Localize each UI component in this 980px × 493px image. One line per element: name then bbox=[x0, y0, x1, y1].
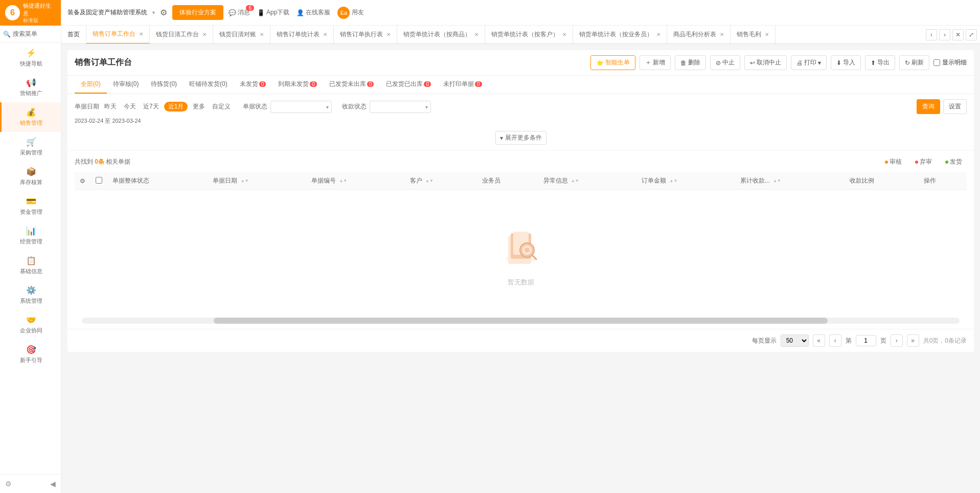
tab-maximize-btn[interactable]: ⤢ bbox=[966, 29, 977, 40]
column-settings-icon[interactable]: ⚙ bbox=[80, 177, 85, 185]
ship-action-btn[interactable]: 发货 bbox=[941, 155, 967, 168]
tab-prev-btn[interactable]: ‹ bbox=[926, 29, 937, 40]
export-btn[interactable]: ⬆ 导出 bbox=[865, 55, 895, 70]
sub-tab-pending-inspect[interactable]: 待拣货(0) bbox=[145, 76, 183, 94]
col-total-received[interactable]: 累计收款... ▲▼ bbox=[735, 172, 845, 190]
tab-close-exec[interactable]: ✕ bbox=[386, 32, 391, 37]
tab-close-profit[interactable]: ✕ bbox=[765, 32, 769, 37]
status-select[interactable] bbox=[270, 101, 332, 113]
date-opt-1month[interactable]: 近1月 bbox=[164, 102, 188, 111]
user-btn[interactable]: Ea 用友 bbox=[337, 7, 364, 19]
industry-btn[interactable]: 体验行业方案 bbox=[172, 5, 223, 20]
dropdown-arrow-icon[interactable]: ▾ bbox=[152, 10, 155, 15]
tab-sales-order-stats[interactable]: 销售订单统计表 ✕ bbox=[270, 26, 334, 44]
show-detail-checkbox-wrap[interactable]: 显示明细 bbox=[933, 58, 967, 67]
smart-create-btn[interactable]: ⭐ 智能生单 bbox=[590, 55, 635, 70]
tab-product-margin[interactable]: 商品毛利分析表 ✕ bbox=[667, 26, 731, 44]
tab-next-btn[interactable]: › bbox=[939, 29, 950, 40]
review-action-btn[interactable]: 审核 bbox=[880, 155, 906, 168]
online-service-btn[interactable]: 👤 在线客服 bbox=[297, 8, 330, 17]
sidebar-item-quick-nav[interactable]: ⚡ 快捷导航 bbox=[0, 43, 61, 73]
sidebar-item-guide[interactable]: 🎯 新手引导 bbox=[0, 340, 61, 369]
sub-tab-not-shipped[interactable]: 未发货0 bbox=[234, 76, 272, 94]
col-exception[interactable]: 异常信息 ▲▼ bbox=[538, 172, 637, 190]
sidebar-item-operations[interactable]: 📊 经营管理 bbox=[0, 221, 61, 251]
tab-close-staff[interactable]: ✕ bbox=[656, 32, 660, 37]
collapse-icon[interactable]: ◀ bbox=[50, 480, 56, 488]
sub-tab-all[interactable]: 全部(0) bbox=[75, 76, 107, 94]
prev-page-btn[interactable]: ‹ bbox=[829, 334, 841, 347]
col-staff[interactable]: 业务员 bbox=[477, 172, 538, 190]
sub-tab-shipped-out[interactable]: 已发货已出库0 bbox=[380, 76, 437, 94]
col-order-amount[interactable]: 订单金额 ▲▼ bbox=[636, 172, 735, 190]
tab-sales-stats-staff[interactable]: 销货单统计表（按业务员） ✕ bbox=[573, 26, 667, 44]
last-page-btn[interactable]: » bbox=[907, 334, 919, 347]
select-all-checkbox[interactable] bbox=[96, 177, 102, 184]
tab-close-all-btn[interactable]: ✕ bbox=[952, 29, 964, 40]
horizontal-scrollbar[interactable] bbox=[82, 318, 960, 324]
tab-close-cash-reconcile[interactable]: ✕ bbox=[260, 32, 264, 37]
sub-tab-wangpu[interactable]: 旺铺待发货(0) bbox=[183, 76, 234, 94]
tab-close-cash-daily[interactable]: ✕ bbox=[202, 32, 207, 37]
delete-btn[interactable]: 🗑 删除 bbox=[675, 55, 706, 70]
sub-tab-expired[interactable]: 到期未发货0 bbox=[272, 76, 323, 94]
col-checkbox[interactable] bbox=[90, 172, 107, 190]
tab-sales-profit[interactable]: 销售毛利 ✕ bbox=[731, 26, 776, 44]
cancel-review-action-btn[interactable]: 弃审 bbox=[910, 155, 937, 168]
col-customer[interactable]: 客户 ▲▼ bbox=[405, 172, 477, 190]
setting-btn[interactable]: 设置 bbox=[943, 99, 967, 114]
col-settings[interactable]: ⚙ bbox=[75, 172, 90, 190]
cancel-stop-btn[interactable]: ↩ 取消中止 bbox=[744, 55, 787, 70]
sub-tab-pending-review[interactable]: 待审核(0) bbox=[107, 76, 145, 94]
date-opt-custom[interactable]: 自定义 bbox=[210, 101, 233, 112]
tab-cash-reconcile[interactable]: 钱货日清对账 ✕ bbox=[213, 26, 270, 44]
col-number[interactable]: 单据编号 ▲▼ bbox=[306, 172, 405, 190]
print-btn[interactable]: 🖨 打印 ▾ bbox=[791, 55, 827, 70]
date-opt-yesterday[interactable]: 昨天 bbox=[102, 101, 119, 112]
sub-tab-not-printed[interactable]: 未打印单据0 bbox=[437, 76, 488, 94]
next-page-btn[interactable]: › bbox=[891, 334, 903, 347]
settings-gear-icon[interactable]: ⚙ bbox=[5, 480, 12, 488]
sub-tab-shipped-not-in[interactable]: 已发货未出库0 bbox=[323, 76, 380, 94]
app-download-btn[interactable]: 📱 App下载 bbox=[257, 8, 289, 17]
tab-close-margin[interactable]: ✕ bbox=[720, 32, 724, 37]
show-detail-checkbox[interactable] bbox=[933, 59, 940, 66]
date-opt-more[interactable]: 更多 bbox=[191, 101, 207, 112]
per-page-select[interactable]: 50 20 100 bbox=[781, 334, 809, 347]
tab-close-product[interactable]: ✕ bbox=[474, 32, 478, 37]
sidebar-item-sales[interactable]: 💰 销售管理 bbox=[0, 102, 61, 132]
add-btn[interactable]: ＋ 新增 bbox=[640, 55, 671, 70]
tab-cash-daily[interactable]: 钱货日清工作台 ✕ bbox=[150, 26, 213, 44]
query-btn[interactable]: 查询 bbox=[917, 99, 940, 114]
sidebar-item-inventory[interactable]: 📦 库存核算 bbox=[0, 162, 61, 191]
tab-home[interactable]: 首页 bbox=[61, 26, 86, 44]
horizontal-scroll-thumb[interactable] bbox=[214, 318, 828, 324]
expand-filters-btn[interactable]: ▾ 展开更多条件 bbox=[495, 131, 546, 145]
payment-select[interactable] bbox=[370, 101, 431, 113]
sidebar-search[interactable]: 🔍 搜索菜单 bbox=[0, 26, 61, 43]
sidebar-item-marketing[interactable]: 📢 营销推广 bbox=[0, 73, 61, 102]
date-opt-today[interactable]: 今天 bbox=[122, 101, 138, 112]
page-input[interactable] bbox=[856, 335, 876, 346]
tab-sales-order-workbench[interactable]: 销售订单工作台 ✕ bbox=[86, 26, 150, 44]
date-opt-7days[interactable]: 近7天 bbox=[141, 101, 161, 112]
tab-close-customer[interactable]: ✕ bbox=[562, 32, 566, 37]
sidebar-item-system[interactable]: ⚙️ 系统管理 bbox=[0, 280, 61, 310]
import-btn[interactable]: ⬇ 导入 bbox=[831, 55, 861, 70]
first-page-btn[interactable]: « bbox=[813, 334, 825, 347]
col-date[interactable]: 单据日期 ▲▼ bbox=[208, 172, 306, 190]
sidebar-item-basic-info[interactable]: 📋 基础信息 bbox=[0, 251, 61, 280]
sidebar-item-purchase[interactable]: 🛒 采购管理 bbox=[0, 132, 61, 162]
topbar-gear-icon[interactable]: ⚙ bbox=[160, 8, 167, 17]
stop-btn[interactable]: ⊘ 中止 bbox=[710, 55, 740, 70]
sidebar-item-enterprise[interactable]: 🤝 企业协同 bbox=[0, 310, 61, 340]
operations-icon: 📊 bbox=[26, 226, 36, 236]
refresh-btn[interactable]: ↻ 刷新 bbox=[899, 55, 929, 70]
message-btn[interactable]: 💬 消息 6 bbox=[229, 8, 250, 17]
tab-sales-stats-customer[interactable]: 销货单统计表（按客户） ✕ bbox=[485, 26, 573, 44]
tab-close-sales-order[interactable]: ✕ bbox=[139, 31, 143, 37]
tab-close-stats[interactable]: ✕ bbox=[323, 32, 327, 37]
tab-sales-stats-product[interactable]: 销货单统计表（按商品） ✕ bbox=[397, 26, 485, 44]
sidebar-item-finance[interactable]: 💳 资金管理 bbox=[0, 191, 61, 221]
tab-sales-order-exec[interactable]: 销售订单执行表 ✕ bbox=[334, 26, 397, 44]
